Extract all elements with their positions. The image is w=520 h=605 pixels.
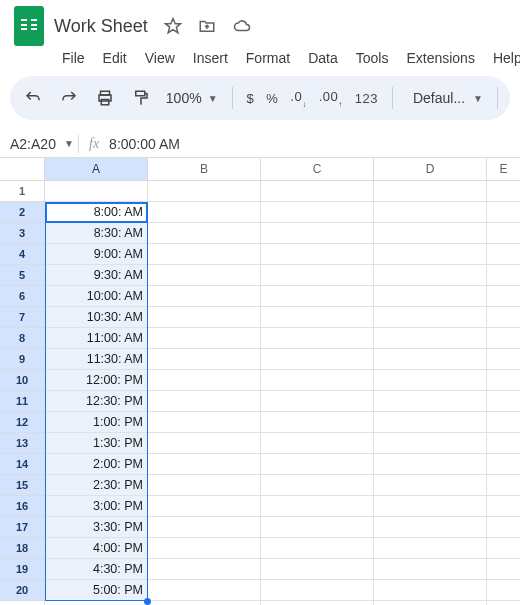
col-header-D[interactable]: D [374,158,487,181]
cell-D20[interactable] [374,580,487,601]
menu-extensions[interactable]: Extensions [406,50,474,66]
paint-format-button[interactable] [130,87,152,109]
undo-button[interactable] [22,87,44,109]
cell-B15[interactable] [148,475,261,496]
decrease-decimal-button[interactable]: .0↓ [290,89,306,107]
cell-B16[interactable] [148,496,261,517]
cell-A14[interactable]: 2:00: PM [45,454,148,475]
cell-C6[interactable] [261,286,374,307]
row-header-21[interactable]: 21 [0,601,45,605]
cell-A15[interactable]: 2:30: PM [45,475,148,496]
cell-C20[interactable] [261,580,374,601]
cell-A5[interactable]: 9:30: AM [45,265,148,286]
cell-A17[interactable]: 3:30: PM [45,517,148,538]
col-header-E[interactable]: E [487,158,520,181]
cell-D17[interactable] [374,517,487,538]
name-box[interactable]: A2:A20 ▼ [10,136,78,152]
menu-view[interactable]: View [145,50,175,66]
cell-D19[interactable] [374,559,487,580]
doc-title[interactable]: Work Sheet [54,16,148,37]
cell-B12[interactable] [148,412,261,433]
menu-help[interactable]: Help [493,50,520,66]
menu-file[interactable]: File [62,50,85,66]
cell-A8[interactable]: 11:00: AM [45,328,148,349]
cell-E16[interactable] [487,496,520,517]
cell-C9[interactable] [261,349,374,370]
cell-C4[interactable] [261,244,374,265]
cell-E13[interactable] [487,433,520,454]
font-select[interactable]: Defaul... ▼ [413,90,483,106]
cell-D16[interactable] [374,496,487,517]
cell-B9[interactable] [148,349,261,370]
cell-A1[interactable] [45,181,148,202]
cell-B6[interactable] [148,286,261,307]
move-icon[interactable] [198,17,216,35]
cloud-status-icon[interactable] [232,17,252,35]
cell-C11[interactable] [261,391,374,412]
menu-edit[interactable]: Edit [103,50,127,66]
cell-D10[interactable] [374,370,487,391]
cell-C16[interactable] [261,496,374,517]
cell-A7[interactable]: 10:30: AM [45,307,148,328]
cell-C17[interactable] [261,517,374,538]
cell-B17[interactable] [148,517,261,538]
cell-E5[interactable] [487,265,520,286]
cell-E1[interactable] [487,181,520,202]
cell-B13[interactable] [148,433,261,454]
cell-A20[interactable]: 5:00: PM [45,580,148,601]
row-header-3[interactable]: 3 [0,223,45,244]
cell-C21[interactable] [261,601,374,605]
row-header-12[interactable]: 12 [0,412,45,433]
cell-D12[interactable] [374,412,487,433]
cell-B3[interactable] [148,223,261,244]
redo-button[interactable] [58,87,80,109]
print-button[interactable] [94,87,116,109]
cell-A6[interactable]: 10:00: AM [45,286,148,307]
formula-input[interactable]: 8:00:00 AM [109,136,180,152]
cell-B11[interactable] [148,391,261,412]
cell-D21[interactable] [374,601,487,605]
cell-C18[interactable] [261,538,374,559]
cell-A11[interactable]: 12:30: PM [45,391,148,412]
cell-A12[interactable]: 1:00: PM [45,412,148,433]
number-format-button[interactable]: 123 [355,91,378,106]
row-header-7[interactable]: 7 [0,307,45,328]
cell-E20[interactable] [487,580,520,601]
cell-C15[interactable] [261,475,374,496]
cell-B1[interactable] [148,181,261,202]
cell-E12[interactable] [487,412,520,433]
row-header-20[interactable]: 20 [0,580,45,601]
cell-A21[interactable] [45,601,148,605]
cell-E14[interactable] [487,454,520,475]
cell-D14[interactable] [374,454,487,475]
row-header-19[interactable]: 19 [0,559,45,580]
cell-B14[interactable] [148,454,261,475]
cell-C5[interactable] [261,265,374,286]
cell-D6[interactable] [374,286,487,307]
cell-D7[interactable] [374,307,487,328]
cell-D18[interactable] [374,538,487,559]
cell-A9[interactable]: 11:30: AM [45,349,148,370]
cell-A13[interactable]: 1:30: PM [45,433,148,454]
zoom-select[interactable]: 100% ▼ [166,90,218,106]
cell-C7[interactable] [261,307,374,328]
cell-C10[interactable] [261,370,374,391]
cell-B2[interactable] [148,202,261,223]
cell-C12[interactable] [261,412,374,433]
cell-D15[interactable] [374,475,487,496]
cell-C19[interactable] [261,559,374,580]
cell-B5[interactable] [148,265,261,286]
col-header-B[interactable]: B [148,158,261,181]
row-header-9[interactable]: 9 [0,349,45,370]
cell-B8[interactable] [148,328,261,349]
row-header-6[interactable]: 6 [0,286,45,307]
cell-D8[interactable] [374,328,487,349]
row-header-18[interactable]: 18 [0,538,45,559]
cell-B21[interactable] [148,601,261,605]
cell-D1[interactable] [374,181,487,202]
percent-button[interactable]: % [266,91,278,106]
cell-E21[interactable] [487,601,520,605]
cell-A18[interactable]: 4:00: PM [45,538,148,559]
row-header-2[interactable]: 2 [0,202,45,223]
cell-D2[interactable] [374,202,487,223]
